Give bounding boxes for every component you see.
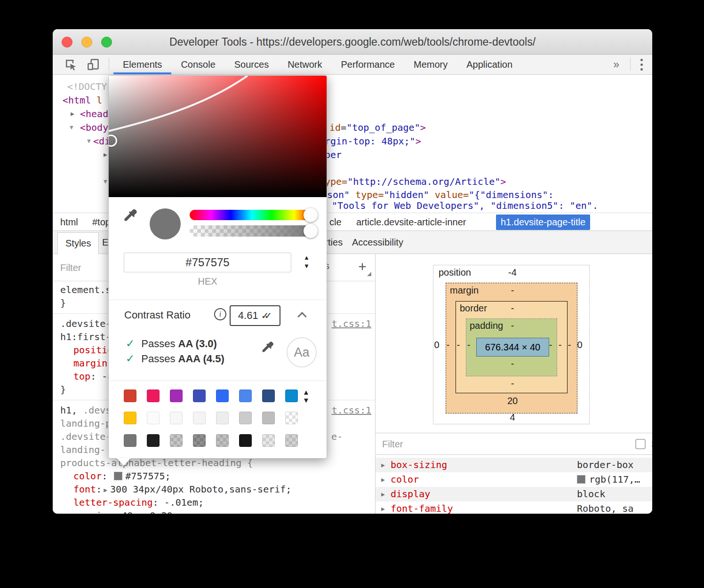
text-preview-button[interactable]: Aa: [287, 337, 317, 367]
sidebar-tab-accessibility[interactable]: Accessibility: [352, 231, 403, 254]
hex-value-input[interactable]: [124, 253, 291, 272]
tree-expand-arrow-icon[interactable]: ▶: [104, 148, 107, 161]
stylesheet-link[interactable]: t.css:1: [332, 317, 371, 330]
palette-swatch[interactable]: [170, 412, 183, 424]
palette-swatch[interactable]: [170, 389, 183, 402]
css-line[interactable]: font:▶300 34px/40px Roboto,sans-serif;: [73, 483, 291, 496]
breadcrumb-item[interactable]: article.devsite-article-inner: [356, 213, 466, 231]
tree-collapse-arrow-icon[interactable]: ▼: [87, 135, 91, 148]
palette-swatch[interactable]: [239, 412, 252, 424]
tab-memory[interactable]: Memory: [404, 55, 457, 74]
palette-swatch[interactable]: [193, 434, 206, 447]
eyedropper-icon[interactable]: [121, 207, 138, 224]
dom-node[interactable]: <!DOCTY: [67, 80, 107, 93]
palette-swatch[interactable]: [147, 412, 160, 424]
computed-row[interactable]: ▶font-familyRoboto, sa: [376, 501, 652, 514]
alpha-slider-handle[interactable]: [304, 224, 318, 238]
palette-swatch[interactable]: [216, 389, 229, 402]
dom-node-fragment[interactable]: per: [325, 148, 342, 161]
box-model-content[interactable]: 676.344 × 40: [476, 338, 549, 357]
sidebar-tab-styles[interactable]: Styles: [57, 232, 99, 254]
palette-swatch[interactable]: [216, 412, 229, 424]
dom-node[interactable]: <body: [80, 121, 108, 134]
dom-node-fragment[interactable]: ype="http://schema.org/Article">: [325, 175, 506, 188]
device-toolbar-icon[interactable]: [86, 57, 100, 72]
dom-node[interactable]: <head: [80, 107, 108, 120]
css-line[interactable]: }: [60, 296, 66, 310]
title-bar[interactable]: Developer Tools - https://developers.goo…: [53, 29, 652, 55]
breadcrumb-item[interactable]: cle: [329, 213, 342, 231]
more-panels-button[interactable]: »: [607, 58, 626, 71]
devtools-menu-icon[interactable]: [635, 59, 652, 71]
computed-filter-input[interactable]: [382, 437, 504, 451]
hex-spinner-down-icon[interactable]: ▼: [304, 263, 310, 270]
contrast-ratio-value[interactable]: 4.61 ✓✓: [230, 305, 280, 326]
css-line[interactable]: margin:▶40px 0 20px;: [73, 509, 190, 514]
tab-network[interactable]: Network: [278, 55, 331, 74]
css-line[interactable]: .devsite-: [60, 430, 111, 443]
palette-swatch[interactable]: [124, 389, 136, 402]
zoom-button[interactable]: [101, 37, 112, 48]
computed-row[interactable]: ▶colorrgb(117,…: [376, 472, 652, 487]
contrast-collapse-chevron-icon[interactable]: [297, 312, 307, 321]
breadcrumb-item[interactable]: html: [60, 213, 78, 231]
css-line[interactable]: }: [60, 383, 66, 396]
hue-slider-handle[interactable]: [304, 208, 318, 222]
palette-swatch[interactable]: [285, 412, 298, 424]
contrast-eyedropper-icon[interactable]: [259, 340, 274, 355]
alpha-slider[interactable]: [190, 225, 314, 237]
tab-sources[interactable]: Sources: [225, 55, 278, 74]
palette-swatch[interactable]: [262, 389, 275, 402]
close-button[interactable]: [62, 37, 72, 48]
inspect-element-icon[interactable]: [64, 57, 78, 72]
dom-node[interactable]: <html l: [63, 94, 102, 107]
computed-row[interactable]: ▶displayblock: [376, 487, 652, 501]
tab-elements[interactable]: Elements: [113, 55, 171, 74]
tree-collapse-arrow-icon[interactable]: ▼: [104, 175, 107, 188]
tree-expand-arrow-icon[interactable]: ▶: [71, 107, 74, 120]
tab-console[interactable]: Console: [171, 55, 224, 74]
stylesheet-link[interactable]: t.css:1: [332, 404, 371, 417]
palette-swatch[interactable]: [239, 389, 252, 402]
show-all-checkbox[interactable]: [635, 439, 646, 449]
tree-collapse-arrow-icon[interactable]: ▼: [70, 121, 73, 134]
palette-swatch[interactable]: [147, 434, 160, 447]
palette-swatch[interactable]: [285, 389, 298, 402]
color-format-label[interactable]: HEX: [124, 276, 291, 287]
css-line[interactable]: landing-: [60, 443, 105, 456]
color-swatch[interactable]: [114, 472, 122, 480]
tab-application[interactable]: Application: [457, 55, 522, 74]
palette-swatch[interactable]: [193, 412, 206, 424]
hue-slider[interactable]: [190, 210, 314, 220]
palette-swatch[interactable]: [193, 389, 206, 402]
palette-swatch[interactable]: [170, 434, 183, 447]
contrast-line: [109, 76, 327, 197]
palette-switcher-icons[interactable]: ▲▼: [303, 388, 310, 404]
palette-swatch[interactable]: [124, 412, 136, 424]
palette-swatch[interactable]: [216, 434, 229, 447]
computed-expand-arrow-icon[interactable]: ▶: [381, 501, 385, 514]
palette-swatch[interactable]: [239, 434, 252, 447]
minimize-button[interactable]: [81, 37, 92, 48]
palette-swatch[interactable]: [285, 434, 298, 447]
hex-spinner-up-icon[interactable]: ▲: [304, 254, 310, 261]
palette-swatch[interactable]: [262, 434, 275, 447]
computed-expand-arrow-icon[interactable]: ▶: [381, 487, 385, 501]
palette-swatch[interactable]: [262, 412, 275, 424]
contrast-info-icon[interactable]: i: [214, 308, 226, 320]
computed-row[interactable]: ▶box-sizingborder-box: [376, 458, 652, 472]
computed-expand-arrow-icon[interactable]: ▶: [381, 472, 385, 487]
css-line[interactable]: color: #757575;: [73, 469, 171, 483]
tab-performance[interactable]: Performance: [332, 55, 405, 74]
expand-arrow-icon[interactable]: ▶: [104, 484, 107, 497]
dom-node-fragment[interactable]: id="top_of_page">: [329, 121, 426, 134]
breadcrumb-item[interactable]: h1.devsite-page-title: [496, 215, 590, 230]
palette-swatch[interactable]: [147, 389, 160, 402]
dom-node-fragment[interactable]: "Tools for Web Developers", "dimension5"…: [332, 199, 598, 212]
dom-node-fragment[interactable]: rgin-top: 48px;">: [325, 135, 421, 148]
expand-arrow-icon[interactable]: ▶: [115, 510, 119, 514]
palette-swatch[interactable]: [124, 434, 136, 447]
computed-expand-arrow-icon[interactable]: ▶: [381, 458, 385, 472]
saturation-lightness-gradient[interactable]: [109, 76, 327, 197]
css-line[interactable]: letter-spacing: -.01em;: [73, 496, 204, 509]
